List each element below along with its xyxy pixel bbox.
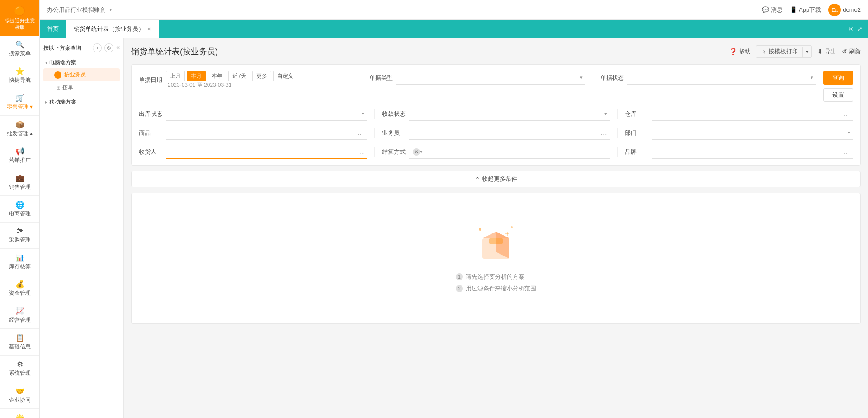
refresh-label: 刷新 [849,48,861,56]
separator-7 [374,147,375,157]
print-btn[interactable]: 🖨 按模板打印 ▾ [756,45,812,58]
sidebar-item-purchase[interactable]: 🛍 采购管理 [0,223,39,249]
date-filter: 单据日期 上月 本月 本年 近7天 更多 自定义 2023-03-01 至 20… [139,71,354,89]
sidebar-item-enterprise[interactable]: 🤝 企业协同 [0,382,39,409]
date-btn-lastmonth[interactable]: 上月 [166,71,185,81]
sidebar-item-inventory[interactable]: 📊 库存核算 [0,249,39,276]
system-icon: ⚙ [2,360,37,369]
tree-item-salesperson[interactable]: 员 按业务员 [43,68,120,81]
scheme-settings-btn[interactable]: ⚙ [104,43,113,52]
filter-settlement: 结算方式 ✕ ▾ [382,145,610,159]
wholesale-arrow-icon: ▴ [30,130,33,137]
warehouse-dots-icon[interactable]: … [843,110,850,118]
consignee-input-wrapper: … [166,145,367,159]
goods-dots-icon[interactable]: … [357,129,364,137]
sidebar-item-newuser[interactable]: 🌟 新手引导 [0,409,39,418]
date-btn-more[interactable]: 更多 [252,71,271,81]
tab-close-icon[interactable]: ✕ [147,26,151,32]
brand-dots-icon[interactable]: … [843,148,850,156]
export-icon: ⬇ [817,48,823,55]
logo-icon: 🟠 [4,5,36,17]
date-btn-custom[interactable]: 自定义 [273,71,297,81]
help-btn[interactable]: ❓ 帮助 [729,48,750,56]
date-btn-thismonth[interactable]: 本月 [187,71,206,81]
finance-icon: 💰 [2,280,37,289]
refresh-btn[interactable]: ↺ 刷新 [842,48,861,56]
salesperson-dropdown[interactable]: … [409,126,610,140]
sidebar-item-ecommerce[interactable]: 🌐 电商管理 [0,196,39,223]
warehouse-label: 仓库 [625,110,648,118]
message-btn[interactable]: 💬 消息 [762,6,783,14]
doctype-dropdown[interactable]: ▾ [396,71,585,85]
export-btn[interactable]: ⬇ 导出 [817,48,836,56]
add-scheme-btn[interactable]: + [93,43,102,52]
current-account[interactable]: 办公用品行业模拟账套 [47,6,106,14]
salesperson-scheme-icon: 员 [54,71,61,79]
department-dropdown[interactable]: ▾ [652,126,853,140]
sidebar-item-search-label: 搜索菜单 [9,50,31,57]
user-avatar-btn[interactable]: Ea demo2 [828,4,861,16]
sidebar-item-search[interactable]: 🔍 搜索菜单 [0,36,39,62]
app-download-btn[interactable]: 📱 App下载 [790,6,821,14]
empty-hint-1: 1 请先选择要分析的方案 [456,273,536,281]
enterprise-icon: 🤝 [2,387,37,395]
paymentstatus-label: 收款状态 [382,110,406,118]
sidebar-item-sales[interactable]: 💼 销售管理 [0,169,39,196]
tree-section-desktop-label: 电脑端方案 [49,59,76,66]
tree-section-mobile-header[interactable]: ▸ 移动端方案 [43,96,120,108]
sidebar-item-retail[interactable]: 🛒 零售管理 ▾ [0,89,39,116]
hint-text-2: 用过滤条件来缩小分析范围 [466,285,536,293]
date-buttons-group: 上月 本月 本年 近7天 更多 自定义 2023-03-01 至 2023-03… [166,71,297,89]
warehouse-dropdown[interactable]: … [652,107,853,121]
settlement-dropdown[interactable]: ✕ ▾ [409,145,610,159]
date-label: 单据日期 [139,76,162,84]
settings-btn[interactable]: 设置 [823,88,853,102]
query-btn[interactable]: 查询 [823,71,853,85]
doctype-label: 单据类型 [369,74,393,82]
sidebar-item-system-label: 系统管理 [9,370,31,376]
settlement-clear-btn[interactable]: ✕ [413,148,420,156]
stockstatus-dropdown[interactable]: ▾ [166,107,367,121]
app-subtitle: 标版 [15,24,25,30]
date-btn-last7days[interactable]: 近7天 [228,71,250,81]
sidebar-item-inventory-label: 库存核算 [9,263,31,270]
tab-expand-btn[interactable]: ⤢ [857,25,863,33]
tree-section-mobile: ▸ 移动端方案 [43,96,120,108]
account-dropdown-icon[interactable]: ▾ [109,7,112,13]
sidebar-item-finance[interactable]: 💰 资金管理 [0,276,39,302]
sidebar-item-wholesale[interactable]: 📦 批发管理 ▴ [0,116,39,142]
tab-sales-summary[interactable]: 销货单统计表（按业务员） ✕ [66,20,159,38]
separator-5 [374,128,375,138]
message-label: 消息 [771,6,783,14]
tree-mobile-arrow-icon: ▸ [45,100,47,104]
tree-section-desktop-header[interactable]: ▾ 电脑端方案 [43,57,120,68]
print-dropdown-arrow[interactable]: ▾ [802,47,811,57]
print-main[interactable]: 🖨 按模板打印 [756,46,802,57]
sidebar-item-marketing[interactable]: 📢 营销推广 [0,142,39,169]
sidebar-item-system[interactable]: ⚙ 系统管理 [0,356,39,382]
tree-sub-item-byorder[interactable]: ⊞ 按单 [43,81,120,94]
consignee-input[interactable] [166,145,367,159]
tree-section-desktop: ▾ 电脑端方案 员 按业务员 ⊞ 按单 [43,57,120,94]
collapse-panel-btn[interactable]: « [116,43,120,52]
brand-dropdown[interactable]: … [652,145,853,159]
hint-text-1: 请先选择要分析的方案 [466,273,524,281]
paymentstatus-dropdown[interactable]: ▾ [409,107,610,121]
settlement-arrow-icon: ▾ [420,149,423,155]
app-logo[interactable]: 🟠 畅捷通好生意 标版 [0,0,39,36]
export-label: 导出 [825,48,836,56]
tab-close-btn[interactable]: ✕ [848,25,854,33]
consignee-dots-icon[interactable]: … [359,149,365,156]
goods-dropdown[interactable]: … [166,126,367,140]
topbar-right: 💬 消息 📱 App下载 Ea demo2 [762,4,861,16]
sidebar-item-basics[interactable]: 📋 基础信息 [0,329,39,356]
tab-home-label: 首页 [47,25,59,33]
date-btn-thisyear[interactable]: 本年 [208,71,226,81]
tab-home[interactable]: 首页 [40,20,66,38]
salesperson-dots-icon[interactable]: … [600,129,607,137]
filter-docstatus: 单据状态 ▾ [600,71,816,85]
collapse-more-btn[interactable]: ⌃ 收起更多条件 [131,171,861,187]
sidebar-item-operations[interactable]: 📈 经营管理 [0,302,39,329]
docstatus-dropdown[interactable]: ▾ [627,71,816,85]
sidebar-item-quicknav[interactable]: ⭐ 快捷导航 [0,62,39,89]
